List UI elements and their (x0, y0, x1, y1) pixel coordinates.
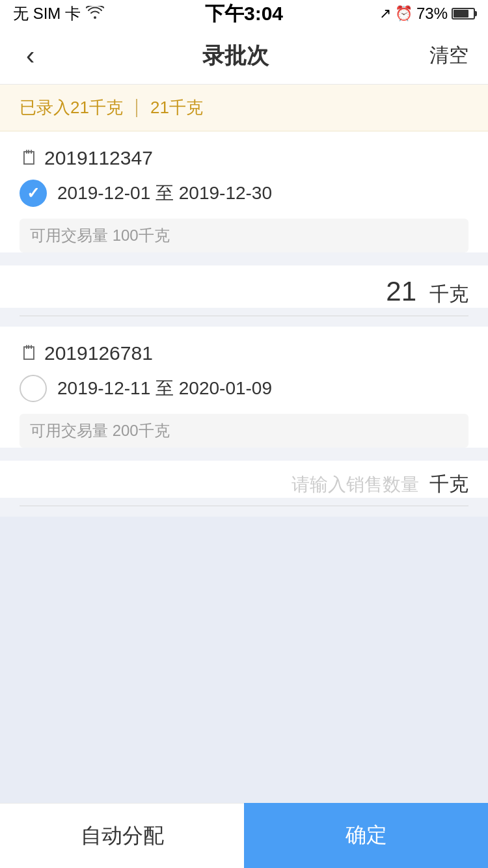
info-banner: 已录入21千克 21千克 (0, 85, 488, 131)
batch1-row[interactable]: 2019-12-01 至 2019-12-30 (20, 180, 468, 207)
batch2-available: 可用交易量 200千克 (20, 414, 468, 448)
batch1-amount-unit: 千克 (429, 281, 468, 308)
status-time: 下午3:04 (205, 1, 283, 27)
auto-distribute-button[interactable]: 自动分配 (0, 803, 244, 868)
status-bar: 无 SIM 卡 下午3:04 ↗ ⏰ 73% (0, 0, 488, 27)
carrier-text: 无 SIM 卡 (13, 3, 81, 24)
wifi-icon (86, 5, 104, 23)
alarm-icon: ⏰ (395, 5, 413, 22)
empty-area (0, 517, 488, 803)
card-separator-2 (0, 506, 488, 517)
battery-icon (452, 8, 475, 20)
batch1-date: 2019-12-01 至 2019-12-30 (57, 181, 272, 206)
batch2-input-row[interactable]: 请输入销售数量 千克 (0, 461, 488, 498)
batch1-available: 可用交易量 100千克 (20, 219, 468, 252)
batch1-id: 2019112347 (44, 147, 153, 169)
bottom-bar: 自动分配 确定 (0, 803, 488, 868)
batch1-card: 🗒 2019112347 2019-12-01 至 2019-12-30 可用交… (0, 131, 488, 252)
info-divider (136, 99, 137, 117)
batch1-amount-row: 21 千克 (0, 265, 488, 308)
battery-text: 73% (416, 5, 448, 23)
doc-icon-1: 🗒 (20, 147, 39, 169)
batch2-header: 🗒 2019126781 (20, 342, 468, 364)
recorded-value: 21千克 (150, 96, 203, 119)
batch2-input-placeholder: 请输入销售数量 (291, 472, 419, 497)
location-icon: ↗ (379, 5, 391, 22)
batch1-radio[interactable] (20, 180, 47, 207)
doc-icon-2: 🗒 (20, 342, 39, 364)
card-separator-1 (0, 316, 488, 327)
recorded-label: 已录入21千克 (20, 96, 123, 119)
batch2-card: 🗒 2019126781 2019-12-11 至 2020-01-09 可用交… (0, 327, 488, 448)
batch2-radio[interactable] (20, 375, 47, 402)
page-title: 录批次 (202, 41, 269, 71)
batch1-amount-value: 21 (386, 276, 416, 307)
back-button[interactable]: ‹ (20, 34, 41, 77)
confirm-button[interactable]: 确定 (244, 803, 488, 868)
batch2-id: 2019126781 (44, 342, 153, 364)
batch2-date: 2019-12-11 至 2020-01-09 (57, 376, 272, 401)
status-left: 无 SIM 卡 (13, 3, 104, 24)
batch2-input-unit: 千克 (429, 471, 468, 498)
clear-button[interactable]: 清空 (429, 42, 468, 69)
batch1-header: 🗒 2019112347 (20, 147, 468, 169)
nav-bar: ‹ 录批次 清空 (0, 27, 488, 85)
status-right: ↗ ⏰ 73% (379, 5, 475, 23)
batch2-row[interactable]: 2019-12-11 至 2020-01-09 (20, 375, 468, 402)
